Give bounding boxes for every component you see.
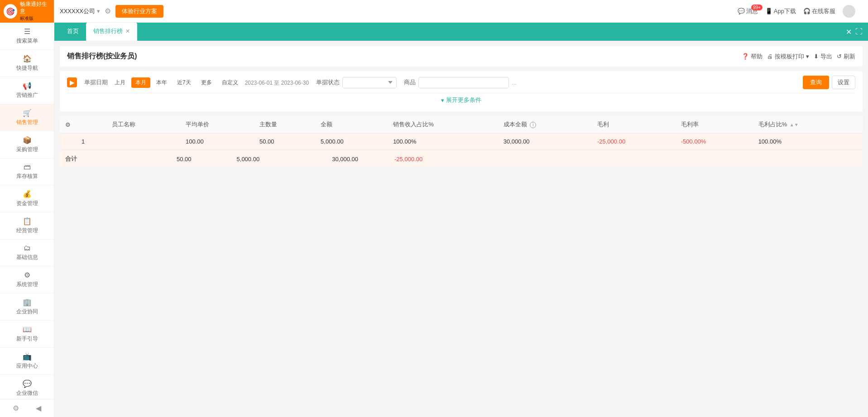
app-icon: 📱 <box>765 8 772 14</box>
tab-home-label: 首页 <box>67 27 79 35</box>
gross-pct-sort-icon[interactable]: ▲▼ <box>790 122 799 127</box>
topbar-settings-icon[interactable]: ⚙ <box>105 7 111 15</box>
cell-gross: -25,000.00 <box>592 134 676 150</box>
status-select[interactable] <box>342 77 397 88</box>
sidebar-item-base[interactable]: 🗂 基础信息 <box>0 240 54 266</box>
status-label: 单据状态 <box>316 78 340 86</box>
sidebar-logo: 🎯 畅康通好生意 标准版 <box>0 0 54 23</box>
sidebar-item-guide[interactable]: 📖 新手引导 <box>0 321 54 348</box>
marketing-label: 营销推广 <box>16 91 38 99</box>
date-btn-this-year[interactable]: 本年 <box>152 77 171 88</box>
message-icon: 💬 <box>738 8 745 14</box>
company-selector[interactable]: XXXXXX公司 ▾ <box>60 7 100 15</box>
tabbar-expand-icon[interactable]: ⛶ <box>855 28 863 36</box>
finance-icon: 💰 <box>23 190 32 198</box>
date-btn-last-month[interactable]: 上月 <box>110 77 129 88</box>
system-label: 系统管理 <box>16 281 38 288</box>
cell-qty: 50.00 <box>254 134 315 150</box>
cell-gross_pct: 100.00% <box>753 134 863 150</box>
apps-label: 应用中心 <box>16 362 38 370</box>
col-gross-pct: 毛利占比% ▲▼ <box>753 116 863 134</box>
col-qty: 主数量 <box>254 116 315 134</box>
goods-more-icon[interactable]: ... <box>512 79 517 86</box>
page-actions: ❓ 帮助 🖨 按模板打印 ▾ ⬇ 导出 ↺ 刷新 <box>742 53 855 61</box>
sidebar-item-sales[interactable]: 🛒 销售管理 <box>0 104 54 131</box>
marketing-icon: 📢 <box>23 81 32 90</box>
wechat-icon: 💬 <box>23 379 32 388</box>
goods-input[interactable] <box>418 77 509 88</box>
query-button[interactable]: 查询 <box>803 76 829 89</box>
export-button[interactable]: ⬇ 导出 <box>814 53 832 61</box>
sidebar-collapse-icon[interactable]: ◀ <box>36 404 41 412</box>
topbar: XXXXXX公司 ▾ ⚙ 体验行业方案 💬 消息 99+ 📱 App下载 🎧 在… <box>54 0 868 23</box>
date-btn-custom[interactable]: 自定义 <box>218 77 242 88</box>
footer-label: 合计 <box>65 155 77 163</box>
print-button[interactable]: 🖨 按模板打印 ▾ <box>767 53 809 61</box>
date-btn-7days[interactable]: 近7天 <box>173 77 195 88</box>
sidebar: 🎯 畅康通好生意 标准版 ☰ 搜索菜单 🏠 快捷导航 📢 营销推广 🛒 销售管理… <box>0 0 54 417</box>
sidebar-item-finance[interactable]: 💰 资金管理 <box>0 185 54 212</box>
col-settings[interactable]: ⚙ <box>60 116 76 134</box>
inventory-label: 库存核算 <box>16 173 38 180</box>
sidebar-settings-icon[interactable]: ⚙ <box>13 404 19 412</box>
sidebar-item-apps[interactable]: 📺 应用中心 <box>0 348 54 375</box>
messages-button[interactable]: 💬 消息 99+ <box>738 7 758 15</box>
col-gross-rate: 毛利率 <box>676 116 753 134</box>
print-icon: 🖨 <box>767 53 773 60</box>
data-table: ⚙ 员工名称 平均单价 主数量 全额 销售收入占比% 成本全额 i 毛利 毛利率… <box>60 116 863 150</box>
avatar[interactable] <box>843 5 855 18</box>
corp-icon: 🏢 <box>23 298 32 307</box>
tabbar-close-icon[interactable]: ✕ <box>846 28 852 36</box>
col-settings-cell <box>60 134 76 150</box>
tab-home[interactable]: 首页 <box>60 23 86 41</box>
refresh-button[interactable]: ↺ 刷新 <box>837 53 855 61</box>
operation-icon: 📋 <box>23 217 32 225</box>
col-name: 员工名称 <box>106 116 180 134</box>
col-amount: 全额 <box>315 116 388 134</box>
apps-icon: 📺 <box>23 352 32 361</box>
search-icon: ☰ <box>24 27 30 36</box>
sidebar-item-inventory[interactable]: 🗃 库存核算 <box>0 158 54 185</box>
finance-label: 资金管理 <box>16 200 38 207</box>
footer-gross: -25,000.00 <box>394 156 422 163</box>
sidebar-item-shortcuts[interactable]: 🏠 快捷导航 <box>0 50 54 77</box>
company-name: XXXXXX公司 <box>60 7 95 15</box>
tab-sales-rank[interactable]: 销售排行榜 ✕ <box>86 23 137 41</box>
online-service-button[interactable]: 🎧 在线客服 <box>803 7 835 15</box>
wechat-label: 企业微信 <box>16 389 38 397</box>
app-download-button[interactable]: 📱 App下载 <box>765 7 796 15</box>
tab-close-icon[interactable]: ✕ <box>125 28 130 34</box>
trial-button[interactable]: 体验行业方案 <box>115 5 163 18</box>
cost-info-icon[interactable]: i <box>530 122 536 128</box>
sales-icon: 🛒 <box>23 109 32 117</box>
col-avg-price: 平均单价 <box>180 116 254 134</box>
expand-conditions-button[interactable]: ▾ 展开更多条件 <box>67 93 855 107</box>
help-button[interactable]: ❓ 帮助 <box>742 53 762 61</box>
cell-name <box>106 134 180 150</box>
cell-avg_price: 100.00 <box>180 134 254 150</box>
base-label: 基础信息 <box>16 254 38 261</box>
company-arrow-icon: ▾ <box>97 8 100 14</box>
sidebar-item-wechat[interactable]: 💬 企业微信 <box>0 375 54 399</box>
cell-sales_pct: 100.00% <box>388 134 498 150</box>
service-icon: 🎧 <box>803 8 810 14</box>
date-btn-this-month[interactable]: 本月 <box>131 77 150 88</box>
filter-toggle-button[interactable]: ▶ <box>67 77 77 87</box>
sidebar-item-system[interactable]: ⚙ 系统管理 <box>0 266 54 293</box>
table-row: 1100.0050.005,000.00100.00%30,000.00-25,… <box>60 134 863 150</box>
sidebar-item-search[interactable]: ☰ 搜索菜单 <box>0 23 54 50</box>
goods-label: 商品 <box>404 78 416 86</box>
sidebar-item-corp[interactable]: 🏢 企业协同 <box>0 293 54 321</box>
sidebar-item-marketing[interactable]: 📢 营销推广 <box>0 77 54 104</box>
date-btn-more[interactable]: 更多 <box>197 77 216 88</box>
table-header-row: ⚙ 员工名称 平均单价 主数量 全额 销售收入占比% 成本全额 i 毛利 毛利率… <box>60 116 863 134</box>
cell-rank: 1 <box>76 134 106 150</box>
page-header: 销售排行榜(按业务员) ❓ 帮助 🖨 按模板打印 ▾ ⬇ 导出 ↺ 刷新 <box>60 46 863 67</box>
query-actions: 查询 设置 <box>803 76 855 89</box>
sidebar-item-operation[interactable]: 📋 经营管理 <box>0 212 54 240</box>
sidebar-item-purchase[interactable]: 📦 采购管理 <box>0 131 54 158</box>
settings-button[interactable]: 设置 <box>832 76 855 89</box>
sidebar-menu: ☰ 搜索菜单 🏠 快捷导航 📢 营销推广 🛒 销售管理 📦 采购管理 🗃 库存核… <box>0 23 54 399</box>
sales-label: 销售管理 <box>16 119 38 126</box>
main-area: XXXXXX公司 ▾ ⚙ 体验行业方案 💬 消息 99+ 📱 App下载 🎧 在… <box>54 0 868 417</box>
